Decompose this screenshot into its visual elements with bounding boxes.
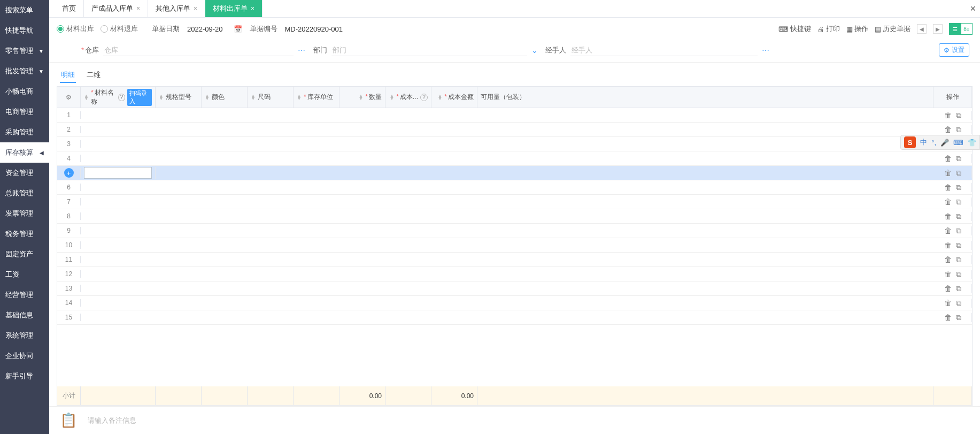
table-row[interactable]: +🗑⧉ — [57, 166, 972, 180]
subtab-2d[interactable]: 二维 — [86, 68, 102, 83]
copy-row-icon[interactable]: ⧉ — [956, 154, 961, 163]
warehouse-lookup-icon[interactable]: ⋯ — [298, 46, 306, 55]
help-icon[interactable]: ? — [118, 94, 125, 101]
table-row[interactable]: 11🗑⧉ — [57, 253, 972, 267]
side-basic-info[interactable]: 基础信息 — [0, 305, 49, 325]
copy-row-icon[interactable]: ⧉ — [956, 255, 961, 264]
table-row[interactable]: 15🗑⧉ — [57, 310, 972, 325]
table-row[interactable]: 9🗑⧉ — [57, 224, 972, 238]
copy-row-icon[interactable]: ⧉ — [956, 226, 961, 235]
tab-material-out[interactable]: 材料出库单× — [205, 0, 263, 17]
copy-row-icon[interactable]: ⧉ — [956, 197, 961, 207]
delete-row-icon[interactable]: 🗑 — [944, 125, 952, 134]
doc-date-value[interactable]: 2022-09-20 — [187, 25, 223, 33]
copy-row-icon[interactable]: ⧉ — [956, 169, 961, 178]
col-cost[interactable]: ▲▼成本...? — [385, 87, 431, 108]
side-ledger[interactable]: 总账管理 — [0, 183, 49, 203]
dept-input[interactable] — [331, 44, 527, 56]
col-amount[interactable]: ▲▼成本金额 — [431, 87, 477, 108]
cell-name[interactable] — [81, 167, 156, 179]
table-row[interactable]: 3🗑⧉ — [57, 137, 972, 151]
handler-lookup-icon[interactable]: ⋯ — [762, 46, 770, 55]
close-all-tabs-icon[interactable]: × — [970, 3, 976, 14]
close-icon[interactable]: × — [194, 5, 197, 12]
copy-row-icon[interactable]: ⧉ — [956, 111, 961, 120]
side-search-menu[interactable]: 搜索菜单 — [0, 0, 49, 20]
delete-row-icon[interactable]: 🗑 — [944, 154, 952, 163]
side-inventory[interactable]: 库存核算◀ — [0, 142, 49, 163]
delete-row-icon[interactable]: 🗑 — [944, 111, 952, 119]
add-row-button[interactable]: + — [64, 168, 74, 178]
close-icon[interactable]: × — [251, 5, 254, 12]
subtab-detail[interactable]: 明细 — [60, 68, 76, 83]
close-icon[interactable]: × — [136, 5, 140, 12]
delete-row-icon[interactable]: 🗑 — [944, 255, 952, 264]
side-salary[interactable]: 工资 — [0, 264, 49, 285]
delete-row-icon[interactable]: 🗑 — [944, 169, 952, 177]
copy-row-icon[interactable]: ⧉ — [956, 241, 961, 250]
delete-row-icon[interactable]: 🗑 — [944, 299, 952, 307]
col-unit[interactable]: ▲▼库存单位 — [294, 87, 339, 108]
col-size[interactable]: ▲▼尺码 — [248, 87, 294, 108]
delete-row-icon[interactable]: 🗑 — [944, 313, 952, 322]
ime-punct-icon[interactable]: °, — [931, 139, 936, 147]
ime-toolbar[interactable]: S 中 °, 🎤 ⌨ 👕 — [900, 135, 980, 150]
copy-row-icon[interactable]: ⧉ — [956, 270, 961, 279]
handler-input[interactable] — [570, 44, 758, 56]
side-retail[interactable]: 零售管理▼ — [0, 41, 49, 61]
history-button[interactable]: ▤历史单据 — [875, 24, 910, 34]
radio-material-out[interactable]: 材料出库 — [57, 24, 94, 34]
table-row[interactable]: 12🗑⧉ — [57, 267, 972, 281]
print-button[interactable]: 🖨打印 — [817, 24, 840, 34]
table-row[interactable]: 4🗑⧉ — [57, 151, 972, 166]
side-ecom-xc[interactable]: 小畅电商 — [0, 81, 49, 102]
delete-row-icon[interactable]: 🗑 — [944, 197, 952, 206]
prev-doc-button[interactable]: ◀ — [917, 24, 927, 34]
col-available[interactable]: 可用量（包装） — [477, 87, 933, 108]
note-input[interactable] — [88, 416, 969, 424]
copy-row-icon[interactable]: ⧉ — [956, 125, 961, 134]
shortcut-button[interactable]: ⌨快捷键 — [778, 24, 811, 34]
settings-button[interactable]: ⚙设置 — [939, 43, 969, 57]
table-row[interactable]: 2🗑⧉ — [57, 123, 972, 137]
col-material-name[interactable]: ▲▼材料名称?扫码录入 — [81, 87, 156, 108]
copy-row-icon[interactable]: ⧉ — [956, 284, 961, 293]
ime-lang-button[interactable]: 中 — [920, 138, 927, 147]
warehouse-input[interactable] — [103, 44, 294, 56]
side-collab[interactable]: 企业协同 — [0, 346, 49, 366]
table-row[interactable]: 1🗑⧉ — [57, 108, 972, 123]
copy-row-icon[interactable]: ⧉ — [956, 299, 961, 308]
delete-row-icon[interactable]: 🗑 — [944, 241, 952, 249]
radio-material-return[interactable]: 材料退库 — [101, 24, 138, 34]
delete-row-icon[interactable]: 🗑 — [944, 226, 952, 235]
tab-home[interactable]: 首页 — [55, 0, 84, 17]
side-quick-nav[interactable]: 快捷导航 — [0, 20, 49, 41]
next-doc-button[interactable]: ▶ — [933, 24, 943, 34]
delete-row-icon[interactable]: 🗑 — [944, 212, 952, 220]
view-list-button[interactable]: ☰ — [949, 23, 961, 35]
scan-input-tag[interactable]: 扫码录入 — [127, 89, 152, 106]
ime-mic-icon[interactable]: 🎤 — [940, 139, 949, 147]
header-gear[interactable]: ⚙ — [57, 87, 81, 108]
calendar-icon[interactable]: 📅 — [234, 25, 242, 33]
col-color[interactable]: ▲▼颜色 — [202, 87, 248, 108]
copy-row-icon[interactable]: ⧉ — [956, 212, 961, 221]
side-tax[interactable]: 税务管理 — [0, 224, 49, 244]
tab-other-in[interactable]: 其他入库单× — [148, 0, 205, 17]
copy-row-icon[interactable]: ⧉ — [956, 313, 961, 322]
table-row[interactable]: 14🗑⧉ — [57, 296, 972, 310]
ime-keyboard-icon[interactable]: ⌨ — [953, 139, 963, 147]
ime-skin-icon[interactable]: 👕 — [968, 139, 976, 147]
table-row[interactable]: 8🗑⧉ — [57, 209, 972, 224]
side-newbie[interactable]: 新手引导 — [0, 366, 49, 386]
view-detail-button[interactable]: 8≡ — [961, 23, 973, 35]
help-icon[interactable]: ? — [420, 94, 428, 101]
side-funds[interactable]: 资金管理 — [0, 163, 49, 183]
side-wholesale[interactable]: 批发管理▼ — [0, 61, 49, 81]
side-purchase[interactable]: 采购管理 — [0, 122, 49, 142]
chevron-down-icon[interactable]: ⌄ — [531, 46, 538, 55]
operate-button[interactable]: ▦操作 — [846, 24, 868, 34]
delete-row-icon[interactable]: 🗑 — [944, 270, 952, 278]
side-system[interactable]: 系统管理 — [0, 325, 49, 346]
material-name-input[interactable] — [84, 167, 152, 179]
